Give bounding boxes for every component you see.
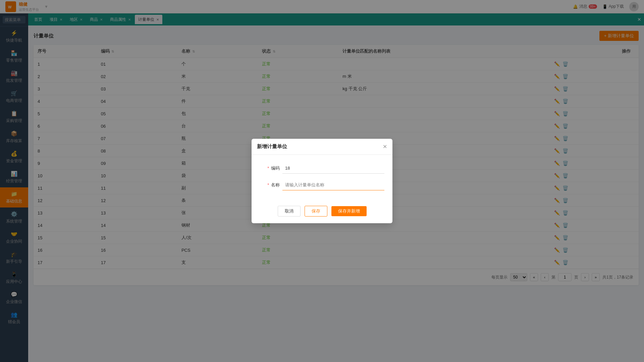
modal-body: * 编码 * 名称: [252, 155, 392, 202]
unit-name-input[interactable]: [282, 180, 384, 190]
save-and-new-button[interactable]: 保存并新增: [331, 206, 367, 216]
modal-overlay[interactable]: 新增计量单位 ✕ * 编码 * 名称 取消 保存 保存并新增: [0, 0, 644, 362]
form-row-code: * 编码: [260, 163, 384, 174]
modal-footer: 取消 保存 保存并新增: [252, 202, 392, 223]
modal-header: 新增计量单位 ✕: [252, 139, 392, 155]
save-button[interactable]: 保存: [305, 206, 327, 217]
code-input[interactable]: [282, 163, 384, 174]
modal-title: 新增计量单位: [257, 143, 287, 150]
form-row-name: * 名称: [260, 180, 384, 190]
modal-close-btn[interactable]: ✕: [383, 144, 387, 149]
add-unit-modal: 新增计量单位 ✕ * 编码 * 名称 取消 保存 保存并新增: [252, 139, 392, 223]
name-label: * 名称: [260, 182, 280, 188]
code-label: * 编码: [260, 165, 280, 171]
cancel-button[interactable]: 取消: [278, 206, 301, 217]
